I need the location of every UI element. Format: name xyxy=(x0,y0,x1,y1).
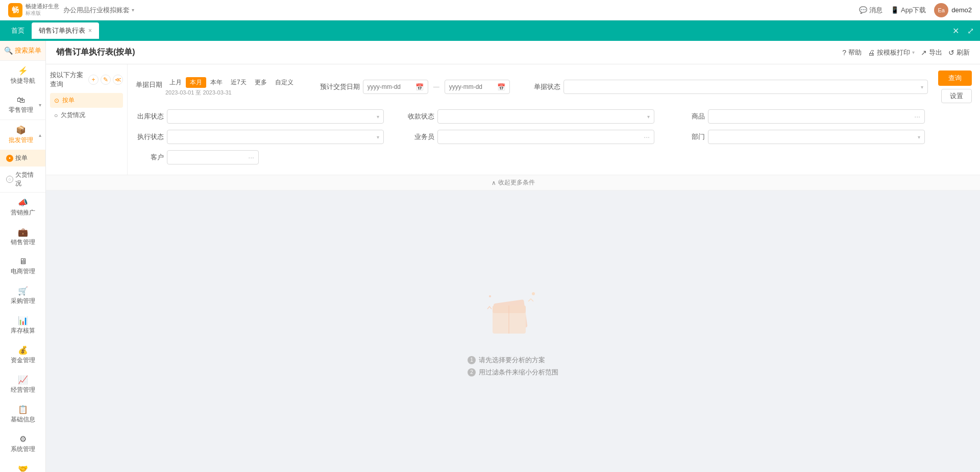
purchase-icon: 🛒 xyxy=(18,286,28,296)
shortage-label: 欠货情况 xyxy=(15,171,39,188)
sidebar-sub-item-by-order[interactable]: • 按单 xyxy=(0,150,45,167)
customer-label: 客户 xyxy=(136,153,164,162)
sidebar-item-marketing[interactable]: 📣 营销推广 xyxy=(0,193,45,222)
help-button[interactable]: ? 帮助 xyxy=(842,48,862,57)
date-separator: — xyxy=(431,83,442,90)
sidebar-purchase-label: 采购管理 xyxy=(11,297,35,305)
print-button[interactable]: 🖨 按模板打印 ▾ xyxy=(868,48,915,57)
collapse-bar[interactable]: ∧ 收起更多条件 xyxy=(46,175,980,191)
order-status-select[interactable]: ▾ xyxy=(564,80,928,94)
expected-date-from[interactable]: 📅 xyxy=(363,80,428,94)
goods-select[interactable]: ··· xyxy=(708,109,925,124)
delivery-status-label: 出库状态 xyxy=(136,112,164,121)
date-tab-last-month[interactable]: 上月 xyxy=(165,77,186,88)
filter-row-3: 执行状态 ▾ 业务员 ··· xyxy=(136,130,972,144)
breadcrumb-dropdown-icon[interactable]: ▾ xyxy=(132,7,134,13)
by-order-scheme-icon: ⊙ xyxy=(54,97,59,104)
date-tab-custom[interactable]: 自定义 xyxy=(271,77,298,88)
tab-bar-actions: ✕ ⤢ xyxy=(950,24,976,38)
sidebar-sub-item-shortage[interactable]: ○ 欠货情况 xyxy=(0,167,45,192)
scheme-list: ⊙ 按单 ○ 欠货情况 xyxy=(50,93,123,123)
goods-more-icon[interactable]: ··· xyxy=(914,112,920,121)
scheme-edit-button[interactable]: ✎ xyxy=(101,75,111,85)
page-header: 销售订单执行表(按单) ? 帮助 🖨 按模板打印 ▾ ↗ 导出 ↺ 刷新 xyxy=(46,41,980,64)
sidebar-item-enterprise[interactable]: 🤝 企业协同 xyxy=(0,459,45,472)
window-max-button[interactable]: ⤢ xyxy=(965,24,976,38)
window-close-button[interactable]: ✕ xyxy=(950,24,961,38)
customer-filter: 客户 ··· xyxy=(136,150,259,164)
execution-status-select[interactable]: ▾ xyxy=(167,130,384,144)
filter-row-2: 出库状态 ▾ 收款状态 ▾ xyxy=(136,109,972,124)
salesperson-more-icon[interactable]: ··· xyxy=(644,133,650,141)
sidebar-item-basic[interactable]: 📋 基础信息 xyxy=(0,399,45,429)
expected-date-to-input[interactable] xyxy=(449,83,495,90)
by-order-label: 按单 xyxy=(15,154,28,162)
date-tab-more[interactable]: 更多 xyxy=(251,77,271,88)
date-tab-7days[interactable]: 近7天 xyxy=(227,77,251,88)
collapse-label: 收起更多条件 xyxy=(498,178,535,187)
delivery-status-filter: 出库状态 ▾ xyxy=(136,109,384,124)
goods-filter: 商品 ··· xyxy=(677,109,925,124)
payment-status-select[interactable]: ▾ xyxy=(437,109,654,124)
empty-illustration-inner xyxy=(482,286,544,337)
retail-arrow-icon: ▾ xyxy=(39,102,41,108)
scheme-item-shortage[interactable]: ○ 欠货情况 xyxy=(50,108,123,123)
customer-select[interactable]: ··· xyxy=(167,150,259,164)
sidebar-item-operations[interactable]: 📈 经营管理 xyxy=(0,370,45,399)
delivery-status-select[interactable]: ▾ xyxy=(167,109,384,124)
department-select[interactable]: ▾ xyxy=(708,130,925,144)
sidebar-item-retail[interactable]: 🛍 零售管理 ▾ xyxy=(0,90,45,120)
scheme-panel: 按以下方案查询 + ✎ ≪ xyxy=(46,64,128,175)
scheme-collapse-button[interactable]: ≪ xyxy=(113,75,123,85)
breadcrumb-text: 办公用品行业模拟账套 xyxy=(63,6,130,15)
expected-date-filter: 预计交货日期 📅 — 📅 xyxy=(320,80,510,94)
filter-row-1: 单据日期 上月 本月 本年 近7天 更多 自定义 20 xyxy=(136,70,972,103)
date-range-text: 2023-03-01 至 2023-03-31 xyxy=(165,89,298,97)
salesperson-filter: 业务员 ··· xyxy=(406,130,654,144)
message-button[interactable]: 💬 消息 xyxy=(859,6,883,15)
wholesale-arrow-icon: ▴ xyxy=(39,132,41,138)
sidebar-inventory-label: 库存核算 xyxy=(11,326,35,335)
date-tab-this-month[interactable]: 本月 xyxy=(186,77,206,88)
search-button[interactable]: 查询 xyxy=(938,70,972,86)
tab-sales-execution[interactable]: 销售订单执行表 × xyxy=(32,22,99,39)
user-menu[interactable]: Ea demo2 xyxy=(934,3,972,17)
calendar-icon-1: 📅 xyxy=(415,83,424,91)
scheme-item-by-order[interactable]: ⊙ 按单 xyxy=(50,93,123,108)
date-tab-this-year[interactable]: 本年 xyxy=(206,77,227,88)
sidebar-section-retail: 🛍 零售管理 ▾ xyxy=(0,90,45,120)
sidebar-item-shortcut[interactable]: ⚡ 快捷导航 xyxy=(0,61,45,90)
export-button[interactable]: ↗ 导出 xyxy=(921,48,942,57)
settings-button[interactable]: 设置 xyxy=(941,89,972,103)
salesperson-select[interactable]: ··· xyxy=(437,130,654,144)
sidebar-item-system[interactable]: ⚙ 系统管理 xyxy=(0,429,45,459)
sidebar-item-purchase[interactable]: 🛒 采购管理 xyxy=(0,281,45,311)
sidebar-finance-label: 资金管理 xyxy=(11,356,35,365)
sidebar-item-sales[interactable]: 💼 销售管理 xyxy=(0,222,45,252)
inventory-icon: 📊 xyxy=(18,316,28,325)
scheme-add-button[interactable]: + xyxy=(88,75,99,85)
sidebar-search[interactable]: 🔍 搜索菜单 xyxy=(0,41,45,61)
system-icon: ⚙ xyxy=(19,434,27,444)
sidebar-item-ecommerce[interactable]: 🖥 电商管理 xyxy=(0,252,45,281)
tab-active-label: 销售订单执行表 xyxy=(39,26,85,35)
sidebar-item-finance[interactable]: 💰 资金管理 xyxy=(0,340,45,370)
export-label: 导出 xyxy=(929,48,942,57)
department-label: 部门 xyxy=(677,132,705,141)
app-download-icon: 📱 xyxy=(891,6,899,14)
customer-more-icon[interactable]: ··· xyxy=(248,153,254,161)
sidebar-search-icon: 🔍 xyxy=(4,46,13,55)
sidebar-sales-label: 销售管理 xyxy=(11,238,35,247)
sidebar-item-wholesale[interactable]: 📦 批发管理 ▴ xyxy=(0,120,45,150)
tip-num-2: 2 xyxy=(468,368,476,376)
sidebar-item-inventory[interactable]: 📊 库存核算 xyxy=(0,311,45,340)
sidebar-shortcut-label: 快捷导航 xyxy=(11,77,35,85)
refresh-button[interactable]: ↺ 刷新 xyxy=(948,48,970,57)
expected-date-to[interactable]: 📅 xyxy=(445,80,510,94)
execution-status-label: 执行状态 xyxy=(136,132,164,141)
order-status-label: 单据状态 xyxy=(532,82,560,91)
tab-close-icon[interactable]: × xyxy=(88,27,92,34)
app-download-button[interactable]: 📱 App下载 xyxy=(891,6,926,15)
tab-home[interactable]: 首页 xyxy=(4,22,32,39)
expected-date-from-input[interactable] xyxy=(368,83,413,90)
